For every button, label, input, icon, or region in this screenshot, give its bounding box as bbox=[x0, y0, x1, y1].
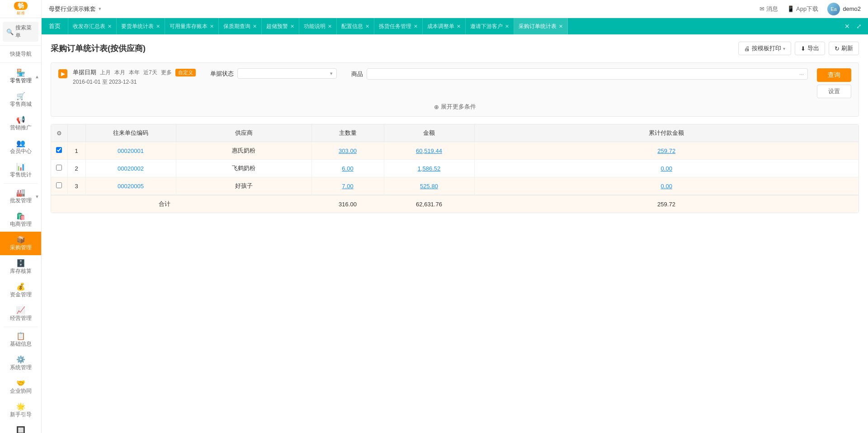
tab-invite-customer-close[interactable]: ✕ bbox=[505, 24, 509, 29]
shortcut-nav-area: 快捷导航 bbox=[0, 46, 41, 63]
sidebar-item-newbie[interactable]: 🌟 新手引导 bbox=[0, 399, 41, 422]
sidebar-item-system[interactable]: ⚙️ 系统管理 bbox=[0, 352, 41, 375]
sidebar-item-enterprise[interactable]: 🤝 企业协同 bbox=[0, 375, 41, 399]
tab-order-stat-close[interactable]: ✕ bbox=[156, 24, 160, 29]
filter-toggle-button[interactable]: ▶ bbox=[58, 69, 67, 78]
query-button[interactable]: 查询 bbox=[817, 68, 851, 82]
sidebar-item-retail-management[interactable]: 🏪 零售管理 ▲ bbox=[0, 65, 41, 88]
date-label: 单据日期 bbox=[73, 68, 96, 76]
marketing-icon: 📢 bbox=[2, 115, 39, 124]
tab-features-label: 功能说明 bbox=[304, 23, 326, 30]
tab-stock-summary-close[interactable]: ✕ bbox=[108, 24, 112, 29]
export-button[interactable]: ⬇ 导出 bbox=[795, 42, 825, 55]
date-shortcut-last-month[interactable]: 上月 bbox=[100, 69, 111, 76]
tab-overstock-close[interactable]: ✕ bbox=[290, 24, 294, 29]
tab-expiry-close[interactable]: ✕ bbox=[253, 24, 257, 29]
sidebar-item-retail-shop[interactable]: 🛒 零售商城 bbox=[0, 88, 41, 112]
ecommerce-icon: 🛍️ bbox=[2, 212, 39, 220]
tab-cost-adj-close[interactable]: ✕ bbox=[457, 24, 461, 29]
shortcut-nav-button[interactable]: 快捷导航 bbox=[3, 48, 38, 60]
tab-available-stock-close[interactable]: ✕ bbox=[210, 24, 214, 29]
expand-button[interactable]: ⊕ 展开更多条件 bbox=[434, 103, 476, 111]
sidebar-item-appstore[interactable]: 🔲 应用中心 bbox=[0, 422, 41, 433]
user-profile[interactable]: Ea demo2 bbox=[827, 3, 861, 15]
sidebar-item-retail-stat[interactable]: 📊 零售统计 bbox=[0, 159, 41, 182]
row2-supplier-code[interactable]: 00020002 bbox=[85, 160, 176, 177]
status-select[interactable]: ▾ bbox=[237, 68, 337, 79]
tab-stock-summary[interactable]: 收发存汇总表 ✕ bbox=[68, 18, 117, 34]
row1-check[interactable] bbox=[51, 142, 67, 160]
date-shortcut-more[interactable]: 更多 bbox=[161, 69, 172, 76]
settings-button[interactable]: 设置 bbox=[817, 85, 851, 98]
app-download-button[interactable]: 📱 App下载 bbox=[787, 5, 818, 13]
page-title: 采购订单统计表(按供应商) bbox=[51, 43, 146, 54]
date-shortcut-this-month[interactable]: 本月 bbox=[114, 69, 125, 76]
tab-close-all-button[interactable]: ✕ bbox=[842, 21, 853, 32]
template-print-button[interactable]: 🖨 按模板打印 ▾ bbox=[738, 42, 791, 55]
date-shortcut-7days[interactable]: 近7天 bbox=[143, 69, 157, 76]
tab-purchase-stat-close[interactable]: ✕ bbox=[559, 24, 563, 29]
purchase-icon: 📦 bbox=[2, 235, 39, 244]
goods-input-more[interactable]: ··· bbox=[799, 71, 804, 77]
tab-overstock[interactable]: 超储预警 ✕ bbox=[262, 18, 299, 34]
tab-expiry[interactable]: 保质期查询 ✕ bbox=[219, 18, 262, 34]
workspace-selector[interactable]: 母婴行业演示账套 ▾ bbox=[42, 5, 108, 13]
sidebar-item-basic-label: 基础信息 bbox=[2, 340, 39, 348]
tab-invite-customer-label: 邀请下游客户 bbox=[470, 23, 503, 30]
goods-filter-group: 商品 ··· bbox=[351, 68, 808, 80]
sidebar-item-finance[interactable]: 💰 资金管理 bbox=[0, 279, 41, 302]
message-button[interactable]: ✉ 消息 bbox=[760, 5, 778, 13]
tab-home[interactable]: 首页 bbox=[42, 18, 68, 34]
sidebar-item-wholesale[interactable]: 🏭 批发管理 ▼ bbox=[0, 185, 41, 208]
tab-purchase-stat[interactable]: 采购订单统计表 ✕ bbox=[514, 18, 568, 34]
row3-main-qty[interactable]: 7.00 bbox=[311, 177, 384, 195]
row1-checkbox[interactable] bbox=[56, 147, 62, 153]
tab-order-stat[interactable]: 要货单统计表 ✕ bbox=[117, 18, 165, 34]
sidebar-item-wholesale-label: 批发管理 bbox=[2, 197, 39, 205]
sidebar-item-member[interactable]: 👥 会员中心 bbox=[0, 135, 41, 159]
date-shortcut-this-year[interactable]: 本年 bbox=[129, 69, 140, 76]
sidebar-item-purchase[interactable]: 📦 采购管理 bbox=[0, 232, 41, 255]
row1-supplier-code[interactable]: 00020001 bbox=[85, 142, 176, 160]
row3-amount[interactable]: 525.80 bbox=[384, 177, 474, 195]
row1-main-qty[interactable]: 303.00 bbox=[311, 142, 384, 160]
row2-main-qty[interactable]: 6.00 bbox=[311, 160, 384, 177]
row1-amount[interactable]: 60,519.44 bbox=[384, 142, 474, 160]
search-menu-button[interactable]: 🔍 搜索菜单 bbox=[3, 22, 38, 42]
sidebar-item-operations[interactable]: 📈 经营管理 bbox=[0, 302, 41, 326]
row3-checkbox[interactable] bbox=[56, 182, 62, 188]
row3-check[interactable] bbox=[51, 177, 67, 195]
tab-features[interactable]: 功能说明 ✕ bbox=[299, 18, 337, 34]
sidebar-item-retail-stat-label: 零售统计 bbox=[2, 171, 39, 179]
sidebar-item-inventory[interactable]: 🗄️ 库存核算 bbox=[0, 255, 41, 279]
tab-home-label: 首页 bbox=[49, 22, 61, 30]
sidebar-item-marketing[interactable]: 📢 营销推广 bbox=[0, 112, 41, 135]
row2-check[interactable] bbox=[51, 160, 67, 177]
row2-paid-amount[interactable]: 0.00 bbox=[474, 160, 859, 177]
row1-paid-amount[interactable]: 259.72 bbox=[474, 142, 859, 160]
template-print-dropdown-icon: ▾ bbox=[783, 46, 785, 51]
tab-cost-adj[interactable]: 成本调整单 ✕ bbox=[423, 18, 466, 34]
row3-paid-amount[interactable]: 0.00 bbox=[474, 177, 859, 195]
tab-config[interactable]: 配置信息 ✕ bbox=[337, 18, 374, 34]
refresh-button[interactable]: ↻ 刷新 bbox=[829, 42, 859, 55]
tab-pick-task-close[interactable]: ✕ bbox=[414, 24, 418, 29]
row2-checkbox[interactable] bbox=[56, 165, 62, 171]
sidebar-item-basic[interactable]: 📋 基础信息 bbox=[0, 328, 41, 352]
date-custom-badge[interactable]: 自定义 bbox=[175, 69, 196, 76]
th-settings[interactable]: ⚙ bbox=[51, 124, 67, 142]
tab-features-close[interactable]: ✕ bbox=[328, 24, 332, 29]
tab-available-stock[interactable]: 可用量库存账本 ✕ bbox=[165, 18, 219, 34]
user-name: demo2 bbox=[843, 5, 861, 12]
expand-label: 展开更多条件 bbox=[441, 103, 476, 111]
tab-config-close[interactable]: ✕ bbox=[365, 24, 369, 29]
row3-supplier-code[interactable]: 00020005 bbox=[85, 177, 176, 195]
tab-fullscreen-button[interactable]: ⤢ bbox=[854, 21, 864, 32]
goods-input[interactable]: ··· bbox=[367, 68, 808, 80]
tab-pick-task[interactable]: 拣货任务管理 ✕ bbox=[374, 18, 423, 34]
row2-supplier-name: 飞鹤奶粉 bbox=[176, 160, 311, 177]
tab-invite-customer[interactable]: 邀请下游客户 ✕ bbox=[466, 18, 514, 34]
goods-input-field[interactable] bbox=[371, 71, 799, 77]
row2-amount[interactable]: 1,586.52 bbox=[384, 160, 474, 177]
sidebar-item-ecommerce[interactable]: 🛍️ 电商管理 bbox=[0, 208, 41, 232]
